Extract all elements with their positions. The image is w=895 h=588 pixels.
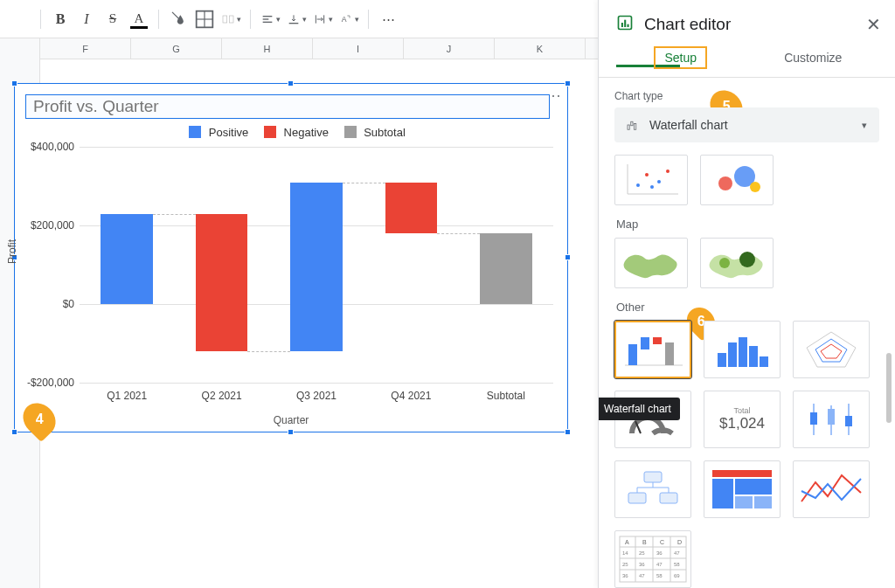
bold-button[interactable]: B (48, 7, 73, 31)
plot-area: -$200,000$0$200,000$400,000Q1 2021Q2 202… (80, 147, 553, 383)
chart-type-tile-scorecard[interactable]: Total $1,024 (704, 391, 781, 448)
svg-rect-34 (653, 337, 662, 344)
y-axis-title: Profit (6, 239, 18, 264)
svg-rect-14 (624, 20, 626, 27)
svg-rect-52 (628, 493, 646, 503)
svg-rect-48 (828, 409, 835, 425)
section-heading-other: Other (616, 301, 878, 314)
svg-point-30 (739, 252, 755, 267)
column-header[interactable]: I (313, 38, 404, 59)
y-tick-label: $0 (18, 298, 74, 310)
embedded-chart[interactable]: ⋮ Positive Negative Subtotal Profit Quar… (14, 83, 568, 432)
column-header[interactable]: J (404, 38, 495, 59)
panel-title: Chart editor (644, 15, 856, 34)
legend-label: Negative (284, 126, 329, 139)
x-axis-title: Quarter (15, 414, 567, 426)
y-tick-label: $200,000 (18, 219, 74, 232)
legend-swatch-subtotal (344, 126, 357, 138)
column-header[interactable]: K (495, 38, 586, 59)
svg-rect-15 (628, 24, 629, 27)
svg-point-23 (657, 180, 661, 183)
chart-type-tile-geo[interactable] (614, 238, 688, 288)
resize-handle[interactable] (11, 429, 17, 435)
merge-button[interactable] (219, 7, 243, 31)
wrap-button[interactable] (310, 7, 335, 31)
chart-type-tile-geo-markers[interactable] (700, 238, 774, 288)
svg-rect-33 (641, 337, 649, 349)
halign-button[interactable] (258, 7, 282, 31)
text-color-button[interactable]: A (127, 7, 151, 31)
bar (385, 183, 438, 234)
resize-handle[interactable] (288, 429, 294, 435)
tab-customize[interactable]: Customize (747, 42, 880, 78)
borders-button[interactable] (192, 7, 217, 31)
y-tick-label: -$200,000 (18, 377, 74, 389)
chart-type-tile-timeline[interactable] (793, 460, 870, 518)
svg-text:47: 47 (639, 573, 645, 578)
chart-type-dropdown[interactable]: Waterfall chart (614, 107, 879, 142)
svg-point-29 (719, 258, 730, 268)
svg-text:A: A (341, 15, 346, 24)
column-header[interactable]: G (131, 38, 222, 59)
x-tick-label: Q1 2021 (107, 390, 147, 402)
x-tick-label: Q4 2021 (391, 390, 431, 402)
resize-handle[interactable] (565, 429, 571, 435)
italic-button[interactable]: I (74, 7, 99, 31)
svg-point-24 (666, 169, 670, 173)
svg-point-22 (645, 173, 649, 176)
svg-text:14: 14 (622, 550, 628, 556)
tab-setup[interactable]: Setup (614, 42, 747, 78)
svg-text:D: D (677, 539, 682, 545)
fill-color-button[interactable] (166, 7, 191, 31)
chart-title-input[interactable] (25, 94, 550, 119)
svg-rect-4 (229, 16, 233, 23)
chart-type-tile-table[interactable]: ABCD 14253647 25364758 36475869 (614, 530, 691, 588)
bar (480, 233, 532, 304)
svg-text:47: 47 (674, 550, 680, 556)
resize-handle[interactable] (565, 80, 571, 86)
svg-text:58: 58 (674, 562, 680, 567)
chart-type-tile-waterfall[interactable] (614, 321, 691, 378)
chart-type-tile-scatter[interactable] (614, 155, 688, 205)
svg-rect-36 (718, 353, 726, 367)
toolbar-sep (40, 10, 41, 29)
bar (196, 214, 248, 352)
svg-rect-38 (739, 337, 747, 367)
x-tick-label: Subtotal (487, 390, 525, 402)
svg-rect-51 (644, 472, 662, 482)
bar (290, 183, 343, 352)
column-header[interactable]: H (222, 38, 313, 59)
column-header[interactable]: F (40, 38, 131, 59)
scrollbar-thumb[interactable] (886, 353, 892, 423)
svg-rect-57 (735, 496, 753, 508)
strike-button[interactable]: S (101, 7, 125, 31)
svg-rect-18 (635, 124, 636, 130)
resize-handle[interactable] (288, 80, 294, 86)
rotate-button[interactable]: A (336, 7, 361, 31)
panel-tabs: Setup Customize (599, 42, 895, 78)
chart-type-tile-org[interactable] (614, 460, 691, 518)
more-button[interactable]: ⋯ (376, 7, 400, 31)
svg-rect-13 (621, 23, 623, 27)
svg-marker-43 (821, 344, 842, 358)
close-button[interactable]: ✕ (866, 14, 881, 35)
toolbar-sep (368, 10, 369, 29)
svg-text:25: 25 (639, 550, 645, 556)
chart-type-tile-candlestick[interactable] (793, 391, 870, 448)
svg-point-28 (750, 182, 760, 192)
svg-rect-39 (749, 346, 758, 367)
chart-type-tile-histogram[interactable] (704, 321, 781, 378)
field-label-chart-type: Chart type (614, 90, 879, 102)
chart-type-tile-bubble[interactable] (700, 155, 774, 205)
svg-rect-3 (223, 16, 227, 23)
svg-rect-40 (760, 356, 768, 367)
legend-swatch-positive (189, 126, 201, 138)
svg-text:58: 58 (656, 573, 663, 578)
chart-type-tile-radar[interactable] (793, 321, 870, 378)
x-tick-label: Q2 2021 (202, 390, 242, 402)
resize-handle[interactable] (565, 254, 571, 260)
x-tick-label: Q3 2021 (296, 390, 336, 402)
valign-button[interactable] (284, 7, 309, 31)
chart-type-tile-treemap[interactable] (704, 460, 781, 518)
resize-handle[interactable] (11, 80, 17, 86)
